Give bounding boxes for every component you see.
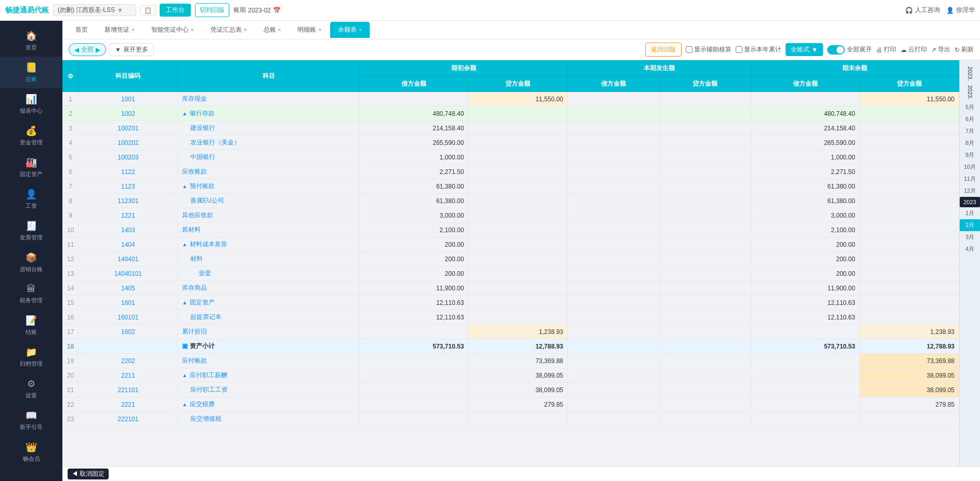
tab-balance-close[interactable]: × bbox=[359, 27, 362, 33]
year-2023-c[interactable]: 2023 bbox=[960, 197, 980, 207]
row-name[interactable]: 应付职工工资 bbox=[178, 383, 360, 397]
row-name[interactable]: 建设银行 bbox=[178, 121, 360, 136]
sidebar-item-report[interactable]: 📊 报表中心 bbox=[0, 88, 62, 120]
tab-voucher-summary[interactable]: 凭证汇总表 × bbox=[203, 22, 255, 38]
row-code[interactable]: 2211 bbox=[79, 368, 178, 383]
row-code[interactable]: 1404 bbox=[79, 237, 178, 252]
ytd-checkbox-input[interactable] bbox=[736, 46, 742, 53]
sidebar-item-salary[interactable]: 👤 工资 bbox=[0, 183, 62, 215]
row-code[interactable]: 100202 bbox=[79, 136, 178, 150]
row-code[interactable]: 1122 bbox=[79, 165, 178, 179]
row-name[interactable]: 应交增值税 bbox=[178, 412, 360, 426]
sidebar-item-settings[interactable]: ⚙ 设置 bbox=[0, 373, 62, 405]
tab-smart-voucher[interactable]: 智能凭证中心 × bbox=[143, 22, 202, 38]
row-name[interactable]: 壹蛋 bbox=[178, 266, 360, 281]
row-code[interactable]: 1602 bbox=[79, 325, 178, 339]
row-code[interactable] bbox=[79, 339, 178, 354]
tab-home[interactable]: 首页 bbox=[68, 22, 96, 38]
year-2023-b[interactable]: 2023. bbox=[965, 83, 975, 102]
row-code[interactable]: 1403 bbox=[79, 223, 178, 237]
row-code[interactable]: 1601 bbox=[79, 296, 178, 310]
print-button[interactable]: 🖨 打印 bbox=[876, 45, 896, 54]
month-3[interactable]: 3月 bbox=[960, 231, 980, 243]
row-name[interactable]: 库存现金 bbox=[178, 92, 360, 106]
row-code[interactable]: 2202 bbox=[79, 354, 178, 368]
row-code[interactable]: 1221 bbox=[79, 208, 178, 223]
refresh-button[interactable]: ↻ 刷新 bbox=[955, 45, 974, 54]
sidebar-item-tax[interactable]: 🏛 税务管理 bbox=[0, 278, 62, 310]
row-name[interactable]: 农业银行（美金） bbox=[178, 136, 360, 150]
expand-more-button[interactable]: ▼ 展开更多 bbox=[109, 43, 154, 56]
row-code[interactable]: 1405 bbox=[79, 281, 178, 296]
month-4[interactable]: 4月 bbox=[960, 243, 980, 255]
row-name[interactable]: 应付账款 bbox=[178, 354, 360, 368]
row-code[interactable]: 222101 bbox=[79, 412, 178, 426]
tab-new-voucher[interactable]: 新增凭证 × bbox=[97, 22, 142, 38]
tab-new-voucher-close[interactable]: × bbox=[132, 27, 135, 33]
row-code[interactable]: 100203 bbox=[79, 150, 178, 165]
month-1[interactable]: 1月 bbox=[960, 207, 980, 219]
tab-voucher-summary-close[interactable]: × bbox=[244, 27, 247, 33]
tab-ledger-close[interactable]: × bbox=[278, 27, 281, 33]
month-7[interactable]: 7月 bbox=[960, 125, 980, 137]
tab-ledger[interactable]: 总账 × bbox=[256, 22, 289, 38]
row-name[interactable]: ▲ 材料成本差异 bbox=[178, 237, 360, 252]
row-code[interactable]: 160101 bbox=[79, 310, 178, 325]
settings-col-header[interactable]: ⚙ bbox=[63, 61, 79, 92]
row-name[interactable]: 原材料 bbox=[178, 223, 360, 237]
consult-button[interactable]: 🎧 人工咨询 bbox=[905, 6, 940, 15]
row-name[interactable]: ▲ 应交税费 bbox=[178, 397, 360, 412]
row-name[interactable]: ▲ 预付账款 bbox=[178, 179, 360, 194]
row-code[interactable]: 112301 bbox=[79, 194, 178, 208]
copy-icon-btn[interactable]: 📋 bbox=[140, 5, 155, 16]
month-11[interactable]: 11月 bbox=[960, 173, 980, 185]
sidebar-item-member[interactable]: 👑 畅会员 bbox=[0, 436, 62, 468]
tab-detail-close[interactable]: × bbox=[318, 27, 321, 33]
month-8[interactable]: 8月 bbox=[960, 137, 980, 149]
tab-detail[interactable]: 明细账 × bbox=[290, 22, 329, 38]
tab-balance[interactable]: 余额表 × bbox=[330, 22, 370, 38]
row-code[interactable]: 2221 bbox=[79, 397, 178, 412]
month-6[interactable]: 6月 bbox=[960, 113, 980, 125]
unpin-button[interactable]: ◀ 取消固定 bbox=[68, 469, 109, 479]
year-2023-top[interactable]: 2023. bbox=[965, 64, 975, 83]
row-name[interactable]: 其他应收款 bbox=[178, 208, 360, 223]
sidebar-item-newbie[interactable]: 📖 新手引导 bbox=[0, 405, 62, 436]
sidebar-item-invoice[interactable]: 🧾 发票管理 bbox=[0, 215, 62, 247]
row-code[interactable]: 1001 bbox=[79, 92, 178, 106]
row-name[interactable]: ▲ 应付职工薪酬 bbox=[178, 368, 360, 383]
row-code[interactable]: 221101 bbox=[79, 383, 178, 397]
all-filter-button[interactable]: ◀ 全部 ▶ bbox=[69, 43, 106, 56]
month-5[interactable]: 5月 bbox=[960, 101, 980, 113]
workbench-button[interactable]: 工作台 bbox=[160, 4, 191, 17]
row-name[interactable]: 中国银行 bbox=[178, 150, 360, 165]
month-10[interactable]: 10月 bbox=[960, 161, 980, 173]
sidebar-item-ledger[interactable]: 📒 总账 bbox=[0, 57, 62, 88]
full-mode-button[interactable]: 全账式 ▼ bbox=[786, 43, 823, 56]
row-code[interactable]: 140401 bbox=[79, 252, 178, 266]
back-old-version-button[interactable]: 返回旧版 bbox=[645, 43, 682, 57]
cloud-print-button[interactable]: ☁ 云打印 bbox=[900, 45, 927, 54]
sidebar-item-fixed[interactable]: 🏭 固定资产 bbox=[0, 152, 62, 183]
sidebar-item-settlement[interactable]: 📝 结账 bbox=[0, 310, 62, 341]
switch-version-button[interactable]: 切到旧版 bbox=[195, 3, 229, 17]
row-code[interactable]: 100201 bbox=[79, 121, 178, 136]
row-name[interactable]: 善属EU公司 bbox=[178, 194, 360, 208]
row-name[interactable]: 起提票记本 bbox=[178, 310, 360, 325]
sidebar-item-purchase[interactable]: 📦 进销台账 bbox=[0, 247, 62, 278]
row-code[interactable]: 14040101 bbox=[79, 266, 178, 281]
row-code[interactable]: 1123 bbox=[79, 179, 178, 194]
show-subsidiary-checkbox[interactable]: 显示辅助核算 bbox=[686, 45, 731, 54]
row-name[interactable]: 累计折旧 bbox=[178, 325, 360, 339]
subsidiary-checkbox-input[interactable] bbox=[686, 46, 692, 53]
month-12[interactable]: 12月 bbox=[960, 185, 980, 197]
row-code[interactable]: 1002 bbox=[79, 106, 178, 121]
company-selector[interactable]: (勿删) 江西股圣-LSS ▼ bbox=[53, 4, 136, 16]
sidebar-item-home[interactable]: 🏠 首页 bbox=[0, 25, 62, 57]
export-button[interactable]: ↗ 导出 bbox=[931, 45, 950, 54]
show-ytd-checkbox[interactable]: 显示本年累计 bbox=[736, 45, 781, 54]
sidebar-item-capital[interactable]: 💰 资金管理 bbox=[0, 120, 62, 152]
expand-all-toggle[interactable]: 全部展开 bbox=[827, 45, 872, 55]
tab-smart-voucher-close[interactable]: × bbox=[191, 27, 194, 33]
month-2-current[interactable]: 2月 bbox=[960, 219, 980, 231]
